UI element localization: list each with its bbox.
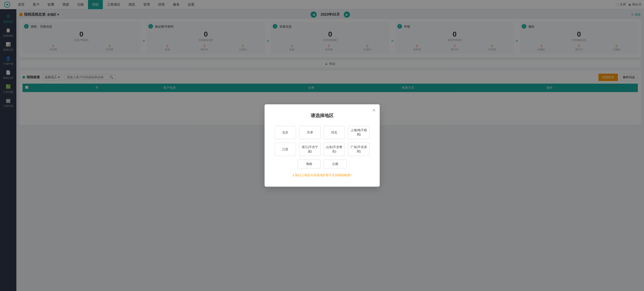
modal-warning: ℹ 除以上地区外其他地区暂不支持报税检查! (275, 173, 369, 177)
warning-icon: ℹ (293, 174, 294, 177)
region-btn-jiangsu[interactable]: 江苏 (275, 143, 296, 156)
region-btn-hainan[interactable]: 海南 (298, 160, 321, 169)
modal-region-row-2: 江苏 浙江(不含宁波) 山东(不含青岛) 广东(不含深圳) (275, 143, 369, 156)
region-btn-shandong[interactable]: 山东(不含青岛) (324, 143, 345, 156)
modal-title: 请选择地区 (275, 113, 369, 119)
modal-overlay[interactable]: ✕ 请选择地区 北京 天津 河北 上海(电子税局) 江苏 浙江(不含宁波) 山东… (0, 0, 644, 291)
region-btn-beijing[interactable]: 北京 (275, 126, 296, 139)
region-btn-shanghai[interactable]: 上海(电子税局) (348, 126, 369, 139)
region-btn-hebei[interactable]: 河北 (324, 126, 345, 139)
region-select-modal: ✕ 请选择地区 北京 天津 河北 上海(电子税局) 江苏 浙江(不含宁波) 山东… (265, 104, 380, 187)
modal-region-row-1: 北京 天津 河北 上海(电子税局) (275, 126, 369, 139)
region-btn-zhejiang[interactable]: 浙江(不含宁波) (299, 143, 321, 156)
modal-close-btn[interactable]: ✕ (372, 108, 376, 113)
region-btn-guangdong[interactable]: 广东(不含深圳) (348, 143, 369, 156)
modal-region-row-3: 海南 云南 (275, 160, 369, 169)
region-btn-tianjin[interactable]: 天津 (299, 126, 321, 139)
region-btn-yunnan[interactable]: 云南 (324, 160, 347, 169)
